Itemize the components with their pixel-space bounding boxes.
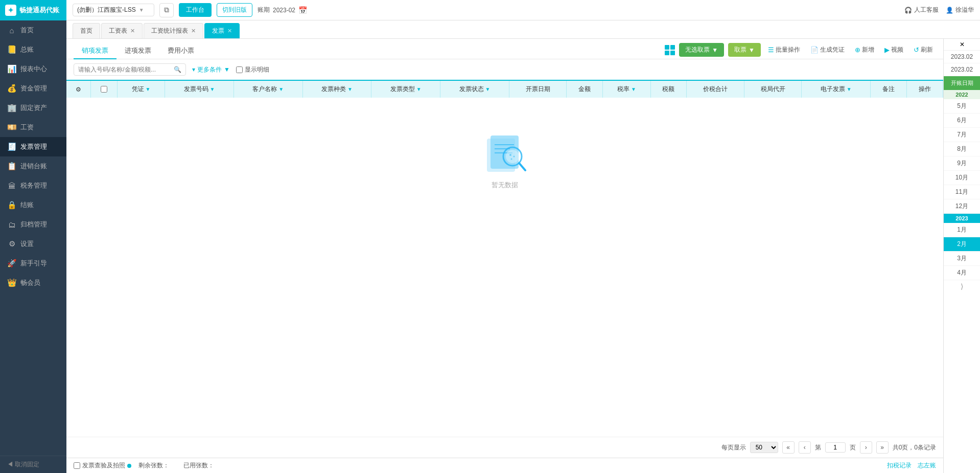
search-input[interactable] [78, 66, 171, 73]
per-page-select[interactable]: 50 20 100 [750, 442, 778, 453]
sidebar-item-member[interactable]: 👑 畅会员 [0, 273, 66, 292]
guide-icon: 🚀 [7, 259, 16, 268]
sidebar-item-invoices[interactable]: 🧾 发票管理 [0, 137, 66, 156]
show-detail-checkbox[interactable] [236, 66, 243, 73]
verify-check-label[interactable]: 发票查验及拍照 [74, 461, 131, 470]
gen-voucher-label: 生成凭证 [820, 46, 845, 54]
sidebar-item-guide[interactable]: 🚀 新手引导 [0, 254, 66, 273]
invoice-category-filter-icon[interactable]: ▼ [416, 86, 422, 92]
sidebar-item-home[interactable]: ⌂ 首页 [0, 20, 66, 40]
period-info: 账期 2023-02 📅 [258, 6, 307, 14]
verify-label: 发票查验及拍照 [82, 461, 125, 470]
month-12[interactable]: 12月 [944, 199, 980, 214]
tab-salary-table-close[interactable]: ✕ [130, 28, 135, 34]
month-2023-4[interactable]: 4月 [944, 266, 980, 280]
next-page-button[interactable]: › [860, 441, 872, 454]
sidebar-item-settings[interactable]: ⚙ 设置 [0, 234, 66, 254]
first-page-button[interactable]: « [782, 441, 795, 454]
month-2023-2[interactable]: 2月 [944, 237, 980, 252]
month-10[interactable]: 10月 [944, 171, 980, 185]
period-item-2023-02-top1[interactable]: 2023.02 [944, 51, 980, 63]
col-settings[interactable]: ⚙ [66, 81, 91, 98]
month-6[interactable]: 6月 [944, 114, 980, 128]
user-service-link[interactable]: 🎧 人工客服 [904, 6, 939, 14]
sidebar-item-archive[interactable]: 🗂 归档管理 [0, 215, 66, 234]
invoice-no-filter-icon[interactable]: ▼ [210, 86, 215, 92]
select-all-checkbox[interactable] [101, 86, 107, 93]
page-number-input[interactable] [825, 442, 846, 453]
sub-tab-expense-receipts[interactable]: 费用小票 [159, 43, 202, 59]
sidebar-item-guide-label: 新手引导 [20, 259, 47, 268]
switch-version-button[interactable]: 切到旧版 [217, 3, 252, 17]
copy-company-button[interactable]: ⧉ [159, 3, 174, 17]
sidebar-item-ledger[interactable]: 📒 总账 [0, 40, 66, 59]
sidebar-item-funds[interactable]: 💰 资金管理 [0, 79, 66, 98]
sidebar-item-assets[interactable]: 🏢 固定资产 [0, 98, 66, 118]
sidebar-item-sales[interactable]: 📋 进销台账 [0, 156, 66, 176]
right-panel-close-button[interactable]: ✕ [944, 39, 980, 51]
user-menu[interactable]: 👤 徐溢华 [946, 6, 974, 14]
customer-filter-icon[interactable]: ▼ [278, 86, 284, 92]
sidebar-item-payroll[interactable]: 💴 工资 [0, 118, 66, 137]
verify-checkbox[interactable] [74, 462, 80, 469]
month-11[interactable]: 11月 [944, 185, 980, 199]
deduct-record-link[interactable]: 扣税记录 [887, 461, 912, 470]
no-select-button[interactable]: 无选取票 ▼ [679, 43, 724, 57]
voucher-filter-icon[interactable]: ▼ [146, 86, 151, 92]
tab-home[interactable]: 首页 [73, 23, 100, 38]
company-selector[interactable]: (勿删）江西服宝-LSS ▼ [73, 4, 154, 16]
gen-voucher-button[interactable]: 📄 生成凭证 [807, 43, 848, 56]
month-2023-3[interactable]: 3月 [944, 252, 980, 266]
left-account-link[interactable]: 志左账 [918, 461, 936, 470]
month-2023-1[interactable]: 1月 [944, 223, 980, 237]
sidebar-item-closing[interactable]: 🔒 结账 [0, 195, 66, 215]
month-9[interactable]: 9月 [944, 156, 980, 171]
right-panel-expand-button[interactable]: ⟩ [944, 280, 980, 292]
unpin-button[interactable]: ◀ 取消固定 [0, 456, 66, 473]
tab-invoices-close[interactable]: ✕ [227, 28, 232, 34]
avatar-icon: 👤 [946, 7, 953, 14]
open-period-button[interactable]: 开账日期 [944, 76, 980, 90]
refresh-button[interactable]: ↺ 刷新 [911, 43, 936, 56]
used-label: 已用张数： [183, 461, 214, 470]
tab-salary-stats[interactable]: 工资统计报表 ✕ [144, 23, 203, 38]
col-total: 价税合计 [687, 81, 744, 98]
empty-state: 暂无数据 [66, 98, 943, 220]
invoice-status-filter-icon[interactable]: ▼ [485, 86, 491, 92]
svg-point-9 [513, 156, 515, 157]
period-item-2023-02-top2[interactable]: 2023.02 [944, 63, 980, 76]
more-filters-button[interactable]: ▾ 更多条件 ▼ [192, 65, 230, 74]
prev-page-button[interactable]: ‹ [799, 441, 811, 454]
tab-salary-stats-close[interactable]: ✕ [191, 28, 196, 34]
month-5[interactable]: 5月 [944, 99, 980, 114]
tab-invoices[interactable]: 发票 ✕ [204, 23, 240, 38]
video-icon: ▶ [884, 46, 890, 54]
video-button[interactable]: ▶ 视频 [881, 43, 906, 56]
col-invoice-status: 发票状态 ▼ [440, 81, 509, 98]
sidebar-item-home-label: 首页 [20, 26, 34, 35]
show-detail-label[interactable]: 显示明细 [236, 65, 269, 74]
settings-nav-icon: ⚙ [7, 239, 16, 249]
batch-ops-button[interactable]: ☰ 批量操作 [765, 43, 803, 56]
take-ticket-button[interactable]: 取票 ▼ [728, 43, 761, 57]
workbench-button[interactable]: 工作台 [179, 3, 212, 17]
more-filters-chevron: ▼ [224, 66, 230, 73]
sub-tab-purchase-invoices[interactable]: 进项发票 [116, 43, 159, 59]
col-invoice-status-label: 发票状态 [459, 85, 484, 94]
invoice-type-filter-icon[interactable]: ▼ [347, 86, 353, 92]
month-8[interactable]: 8月 [944, 142, 980, 156]
col-checkbox[interactable] [91, 81, 118, 98]
month-7[interactable]: 7月 [944, 128, 980, 142]
tax-rate-filter-icon[interactable]: ▼ [631, 86, 636, 92]
batch-ops-label: 批量操作 [776, 46, 800, 54]
sidebar-item-reports[interactable]: 📊 报表中心 [0, 59, 66, 79]
grid-view-icon[interactable] [665, 45, 675, 55]
search-icon[interactable]: 🔍 [174, 66, 181, 73]
e-invoice-filter-icon[interactable]: ▼ [847, 86, 852, 92]
sub-tab-sales-invoices[interactable]: 销项发票 [74, 43, 116, 59]
tab-salary-stats-label: 工资统计报表 [151, 27, 188, 35]
new-button[interactable]: ⊕ 新增 [852, 43, 877, 56]
sidebar-item-tax[interactable]: 🏛 税务管理 [0, 176, 66, 195]
tab-salary-table[interactable]: 工资表 ✕ [101, 23, 143, 38]
last-page-button[interactable]: » [876, 441, 889, 454]
